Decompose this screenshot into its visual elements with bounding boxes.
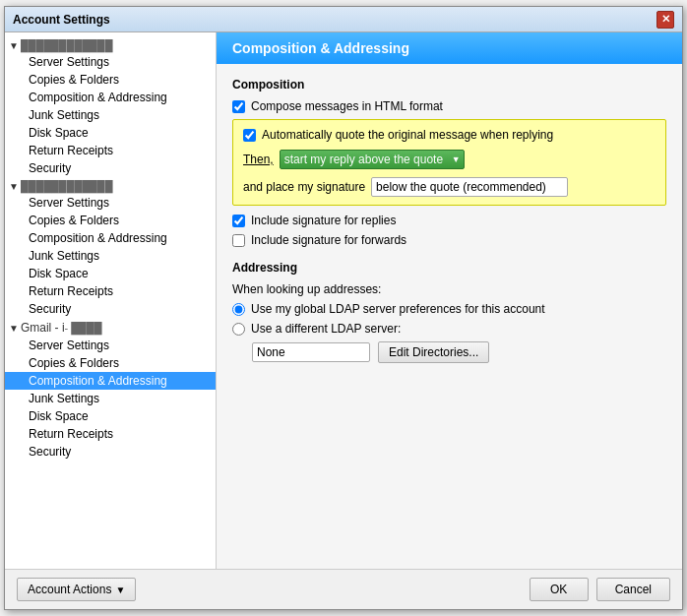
ok-cancel-group: OK Cancel <box>530 578 670 601</box>
main-panel: Composition & Addressing Composition Com… <box>217 32 682 569</box>
radio-row-different: Use a different LDAP server: <box>232 322 666 336</box>
sig-position-select[interactable]: below the quote (recommended) above the … <box>371 177 568 197</box>
main-body: Composition Compose messages in HTML for… <box>217 64 682 569</box>
radio-global-ldap-label: Use my global LDAP server preferences fo… <box>251 302 545 316</box>
sig-fwd-checkbox[interactable] <box>232 234 245 247</box>
sidebar-item-server-settings-2[interactable]: Server Settings <box>5 194 216 212</box>
sidebar-item-junk-2[interactable]: Junk Settings <box>5 247 216 265</box>
composition-section-title: Composition <box>232 78 666 92</box>
radio-global-ldap[interactable] <box>232 303 245 316</box>
sidebar-item-receipts-1[interactable]: Return Receipts <box>5 142 216 159</box>
sidebar-item-security-1[interactable]: Security <box>5 159 216 177</box>
sig-replies-label: Include signature for replies <box>251 214 396 227</box>
sidebar-item-server-settings-1[interactable]: Server Settings <box>5 53 216 71</box>
group1-label: ████████████ <box>21 39 113 51</box>
content-area: ▼ ████████████ Server Settings Copies & … <box>5 32 682 569</box>
ldap-select-wrapper: None <box>252 342 370 362</box>
sidebar-item-copies-folders-1[interactable]: Copies & Folders <box>5 71 216 89</box>
sidebar-item-server-settings-3[interactable]: Server Settings <box>5 337 216 354</box>
then-label: Then, <box>243 153 274 166</box>
radio-row-global: Use my global LDAP server preferences fo… <box>232 302 666 316</box>
radio-different-ldap-label: Use a different LDAP server: <box>251 322 401 336</box>
account-actions-label: Account Actions <box>28 583 111 596</box>
group2-arrow: ▼ <box>9 181 19 192</box>
auto-quote-label: Automatically quote the original message… <box>262 128 553 142</box>
bottom-bar: Account Actions ▼ OK Cancel <box>5 569 682 609</box>
sidebar: ▼ ████████████ Server Settings Copies & … <box>5 32 217 569</box>
ok-button[interactable]: OK <box>530 578 589 601</box>
group3-label: Gmail - i <box>21 321 65 335</box>
edit-directories-button[interactable]: Edit Directories... <box>378 341 489 363</box>
sidebar-item-security-3[interactable]: Security <box>5 443 216 461</box>
highlighted-block: Automatically quote the original message… <box>232 119 666 206</box>
sidebar-group-3[interactable]: ▼ Gmail - i - ████ <box>5 318 216 337</box>
sidebar-item-receipts-3[interactable]: Return Receipts <box>5 425 216 443</box>
auto-quote-row: Automatically quote the original message… <box>243 128 656 142</box>
group1-arrow: ▼ <box>9 40 19 51</box>
account-actions-button[interactable]: Account Actions ▼ <box>17 578 136 601</box>
group3-arrow: ▼ <box>9 323 19 334</box>
sig-select-wrapper: below the quote (recommended) above the … <box>371 177 568 197</box>
sidebar-item-receipts-2[interactable]: Return Receipts <box>5 282 216 300</box>
sidebar-group-1[interactable]: ▼ ████████████ <box>5 36 216 53</box>
when-label: When looking up addresses: <box>232 282 666 296</box>
title-bar: Account Settings ✕ <box>5 7 682 32</box>
reply-position-select[interactable]: start my reply above the quote start my … <box>280 150 465 169</box>
account-actions-arrow: ▼ <box>115 585 125 595</box>
window-title: Account Settings <box>13 13 110 27</box>
reply-select-wrapper: start my reply above the quote start my … <box>280 150 465 169</box>
checkbox-row-sig-fwd: Include signature for forwards <box>232 233 666 247</box>
sidebar-item-copies-folders-2[interactable]: Copies & Folders <box>5 212 216 229</box>
sidebar-item-comp-addr-2[interactable]: Composition & Addressing <box>5 229 216 247</box>
sidebar-item-disk-1[interactable]: Disk Space <box>5 124 216 142</box>
then-row: Then, start my reply above the quote sta… <box>243 150 656 169</box>
auto-quote-checkbox[interactable] <box>243 129 256 142</box>
close-button[interactable]: ✕ <box>656 11 674 29</box>
sig-placement-row: and place my signature below the quote (… <box>243 177 656 197</box>
addressing-section-title: Addressing <box>232 261 666 275</box>
sidebar-group-2[interactable]: ▼ ████████████ <box>5 177 216 194</box>
sidebar-item-junk-3[interactable]: Junk Settings <box>5 390 216 407</box>
ldap-row: None Edit Directories... <box>252 341 666 363</box>
sidebar-item-disk-3[interactable]: Disk Space <box>5 407 216 425</box>
checkbox-row-sig-replies: Include signature for replies <box>232 214 666 227</box>
compose-html-label: Compose messages in HTML format <box>251 99 443 113</box>
sidebar-item-comp-addr-3[interactable]: Composition & Addressing <box>5 372 216 390</box>
sidebar-item-security-2[interactable]: Security <box>5 300 216 318</box>
cancel-button[interactable]: Cancel <box>596 578 670 601</box>
radio-different-ldap[interactable] <box>232 323 245 336</box>
sidebar-item-comp-addr-1[interactable]: Composition & Addressing <box>5 89 216 106</box>
sig-fwd-label: Include signature for forwards <box>251 233 406 247</box>
group2-label: ████████████ <box>21 180 113 192</box>
sidebar-item-junk-1[interactable]: Junk Settings <box>5 106 216 124</box>
compose-html-checkbox[interactable] <box>232 100 245 113</box>
group3-label-suffix: - ████ <box>65 322 102 334</box>
ldap-server-select[interactable]: None <box>252 342 370 362</box>
sig-replies-checkbox[interactable] <box>232 215 245 227</box>
main-header: Composition & Addressing <box>217 32 682 64</box>
sidebar-item-disk-2[interactable]: Disk Space <box>5 265 216 282</box>
sig-prefix-label: and place my signature <box>243 180 365 194</box>
sidebar-item-copies-folders-3[interactable]: Copies & Folders <box>5 354 216 372</box>
checkbox-row-html: Compose messages in HTML format <box>232 99 666 113</box>
account-settings-window: Account Settings ✕ ▼ ████████████ Server… <box>4 6 683 610</box>
